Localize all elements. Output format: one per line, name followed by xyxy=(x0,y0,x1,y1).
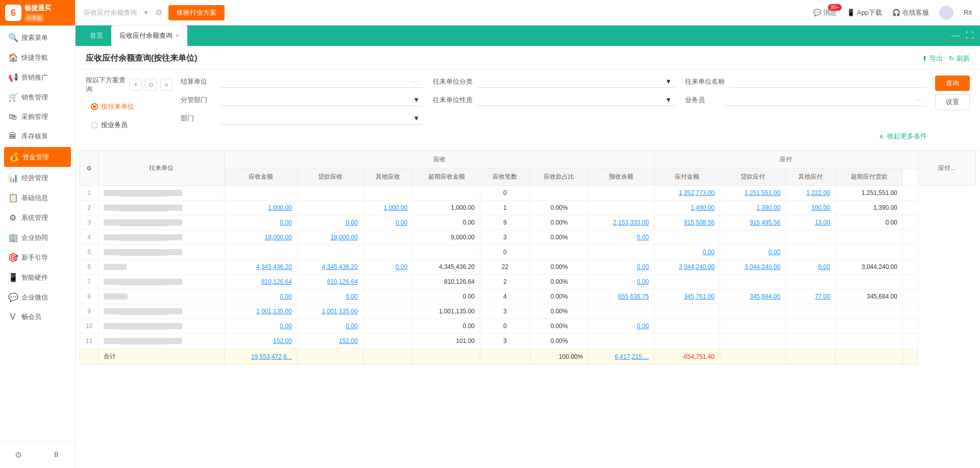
topbar-cta-button[interactable]: 体验行业方案 xyxy=(168,5,225,20)
sidebar-item-system[interactable]: ⚙系统管理 xyxy=(0,208,75,228)
cell-link[interactable]: 152.00 xyxy=(339,337,358,344)
refresh-label: 刷新 xyxy=(957,54,970,63)
cell-link[interactable]: 2,153,333.00 xyxy=(613,219,649,226)
filter-collapse-btn[interactable]: « xyxy=(160,79,173,91)
footer-rec-amount[interactable]: 19,553,472,6... xyxy=(224,349,297,365)
cell-link[interactable]: 0.00 xyxy=(818,263,830,270)
row-num-cell: 4 xyxy=(80,230,99,245)
cell-link[interactable]: 810,126.64 xyxy=(261,278,292,285)
sidebar-item-guide[interactable]: 🎯新手引导 xyxy=(0,248,75,267)
cell-link[interactable]: 0.00 xyxy=(280,219,292,226)
cell-link[interactable]: 1,000.00 xyxy=(384,204,408,211)
cell-link[interactable]: 915,495.56 xyxy=(750,219,780,226)
tab-home[interactable]: 首页 xyxy=(82,26,111,46)
query-method-按往来单位[interactable]: 按往来单位 xyxy=(86,99,173,114)
settings-footer-btn[interactable]: ⚙ xyxy=(11,448,26,462)
sidebar-item-wechat[interactable]: 💬企业微信 xyxy=(0,287,75,307)
query-method-按业务员[interactable]: 按业务员 xyxy=(86,117,173,133)
cell-link[interactable]: 0.00 xyxy=(637,323,649,330)
cell-link[interactable]: 1,252,773.00 xyxy=(679,189,715,196)
cell-link[interactable]: 77.00 xyxy=(815,293,830,300)
cell-link[interactable]: 152.00 xyxy=(273,337,292,344)
topbar-dropdown-icon[interactable]: ▼ xyxy=(143,9,149,16)
cell-link[interactable]: 18,000.00 xyxy=(330,234,357,241)
sidebar-item-search[interactable]: 🔍搜索菜单 xyxy=(0,28,75,47)
refresh-btn[interactable]: ↻ 刷新 xyxy=(949,54,970,63)
sidebar-item-base[interactable]: 📋基础信息 xyxy=(0,188,75,208)
app-download-btn[interactable]: 📱 App下载 xyxy=(847,8,882,17)
cell-link[interactable]: 1,490.00 xyxy=(691,204,715,211)
cell-link[interactable]: 0.00 xyxy=(396,219,407,226)
sidebar-item-hardware[interactable]: 📱智能硬件 xyxy=(0,267,75,287)
tab-minimize-btn[interactable]: — xyxy=(951,31,960,40)
salesperson-dots[interactable]: ··· xyxy=(915,96,924,104)
sidebar-item-purchase[interactable]: 🛍采购管理 xyxy=(0,107,75,127)
message-btn[interactable]: 💬 消息 99+ xyxy=(813,8,837,17)
tab-maximize-btn[interactable]: ⛶ xyxy=(966,31,974,40)
tab-active[interactable]: 应收应付余额查询 × xyxy=(111,26,187,46)
partner-category-select[interactable]: ▼ xyxy=(477,76,675,88)
cell-link[interactable]: 0.00 xyxy=(703,249,715,256)
dept-select[interactable]: ▼ xyxy=(220,112,423,125)
cell-link[interactable]: 4,345,436.20 xyxy=(256,263,292,270)
partner-nature-select[interactable]: ▼ xyxy=(477,94,675,106)
cell-link[interactable]: 1,251,551.00 xyxy=(745,189,780,196)
cell-link[interactable]: 0.00 xyxy=(396,263,407,270)
filter-partner-category: 往来单位分类 ▼ xyxy=(433,76,675,88)
inventory-icon: 🏛 xyxy=(8,132,17,141)
settlement-input[interactable]: ··· xyxy=(220,76,423,88)
sidebar-item-member[interactable]: V畅会员 xyxy=(0,307,75,327)
cell-link[interactable]: 655,636.75 xyxy=(618,293,649,300)
dept-manager-select[interactable]: ▼ xyxy=(220,94,423,106)
cell-link[interactable]: 13.00 xyxy=(815,219,830,226)
cell-link[interactable]: 345,761.00 xyxy=(684,293,715,300)
sidebar-item-quick[interactable]: 🏠快捷导航 xyxy=(0,47,75,67)
cell-link[interactable]: 18,000.00 xyxy=(265,234,292,241)
cell-link[interactable]: 0.00 xyxy=(280,293,292,300)
service-icon: 🎧 xyxy=(892,9,900,16)
cell-link[interactable]: 1,001,135.00 xyxy=(322,308,358,315)
cell-link[interactable]: 3,044,240.00 xyxy=(679,263,715,270)
cell-link[interactable]: 1,000.00 xyxy=(268,204,292,211)
settlement-dots[interactable]: ··· xyxy=(411,78,420,85)
table-footer-row: 合计 19,553,472,6... 100.00% 6,417,215....… xyxy=(80,349,976,365)
cell-link[interactable]: 0.00 xyxy=(637,278,649,285)
topbar-gear-icon[interactable]: ⚙ xyxy=(155,8,162,17)
tab-close-icon[interactable]: × xyxy=(176,32,179,39)
sidebar-item-marketing[interactable]: 📢营销推广 xyxy=(0,67,75,87)
collapse-more-btn[interactable]: ∧ 收起更多条件 xyxy=(879,129,927,144)
cell-link[interactable]: 810,126.64 xyxy=(327,278,358,285)
cell-link[interactable]: 1,390.00 xyxy=(756,204,780,211)
cell-link[interactable]: 0.00 xyxy=(346,219,357,226)
sidebar-item-finance[interactable]: 💰资金管理 xyxy=(4,147,71,167)
salesperson-input[interactable]: ··· xyxy=(725,94,927,106)
footer-prepaid[interactable]: 6,417,215.... xyxy=(589,349,654,365)
sidebar-item-operation[interactable]: 📊经营管理 xyxy=(0,168,75,188)
cell-link[interactable]: 0.00 xyxy=(346,293,357,300)
sidebar-item-corp[interactable]: 🏢企业协同 xyxy=(0,228,75,248)
cell-link[interactable]: 0.00 xyxy=(346,323,357,330)
online-service-btn[interactable]: 🎧 在线客服 xyxy=(892,8,929,17)
cell-link[interactable]: 4,345,436.20 xyxy=(322,263,358,270)
sidebar-item-inventory[interactable]: 🏛库存核算 xyxy=(0,127,75,146)
settings-button[interactable]: 设置 xyxy=(935,94,970,110)
cell-link[interactable]: 3,044,240.00 xyxy=(745,263,780,270)
cell-link[interactable]: 0.00 xyxy=(768,249,780,256)
export-btn[interactable]: ⬆ 导出 xyxy=(922,54,943,63)
cell-link[interactable]: 915,508.56 xyxy=(684,219,715,226)
action-buttons: 查询 设置 xyxy=(935,76,970,144)
cell-link[interactable]: 0.00 xyxy=(280,323,292,330)
collapse-footer-btn[interactable]: ⏸ xyxy=(48,448,64,462)
partner-name-input[interactable] xyxy=(729,76,927,88)
cell-link[interactable]: 1,001,135.00 xyxy=(256,308,292,315)
cell-link[interactable]: 0.00 xyxy=(637,263,649,270)
gear-header[interactable]: ⚙ xyxy=(80,151,99,186)
query-button[interactable]: 查询 xyxy=(935,76,970,91)
filter-settings-btn[interactable]: ⊙ xyxy=(145,79,157,91)
filter-add-btn[interactable]: + xyxy=(130,79,142,91)
cell-link[interactable]: 100.00 xyxy=(812,204,830,211)
sidebar-item-sales[interactable]: 🛒销售管理 xyxy=(0,87,75,107)
cell-link[interactable]: 345,684.00 xyxy=(750,293,780,300)
cell-link[interactable]: 0.00 xyxy=(637,234,649,241)
cell-link[interactable]: 1,222.00 xyxy=(806,189,830,196)
